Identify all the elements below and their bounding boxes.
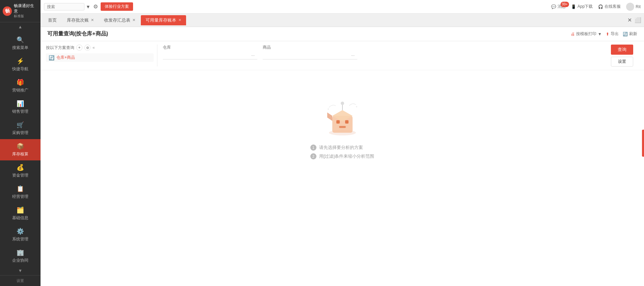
tab-close-btn[interactable]: ✕ — [132, 18, 135, 22]
scheme-add-btn[interactable]: + — [76, 45, 82, 51]
sidebar-footer: 设置 — [0, 275, 41, 286]
sidebar-item-label: 销售管理 — [12, 109, 28, 114]
sidebar-scroll-up[interactable]: ▲ — [0, 22, 41, 31]
sidebar-item-label: 基础信息 — [12, 215, 28, 221]
empty-illustration — [322, 97, 363, 138]
logo-icon: 畅 — [3, 6, 12, 16]
tab-batch-account[interactable]: 库存批次账 ✕ — [62, 15, 99, 25]
tab-close-btn[interactable]: ✕ — [91, 18, 94, 22]
sidebar: 畅 畅康通好生意 标准版 ▲ 🔍 搜索菜单 ⚡ 快捷导航 🎁 营销推广 📊 销售… — [0, 0, 41, 286]
folder-icon: 🗂️ — [17, 206, 24, 214]
product-dots-btn[interactable]: ··· — [351, 53, 355, 58]
app-download-btn[interactable]: 📱 App下载 — [571, 4, 593, 9]
svg-rect-5 — [345, 120, 349, 124]
sidebar-item-inventory[interactable]: 📦 库存核算 — [0, 139, 41, 160]
export-btn[interactable]: ⬆ 导出 — [606, 31, 619, 37]
sidebar-item-purchase[interactable]: 🛒 采购管理 — [0, 118, 41, 139]
user-menu[interactable]: Rit — [626, 3, 641, 11]
sidebar-item-label: 库存核算 — [12, 151, 28, 157]
tab-available-stock[interactable]: 可用量库存账本 ✕ — [141, 15, 186, 25]
search-dropdown-btn[interactable]: ▼ — [86, 4, 91, 9]
sidebar-item-operations[interactable]: 📋 经营管理 — [0, 182, 41, 203]
cart-icon: 🛒 — [17, 121, 24, 129]
app-label: App下载 — [577, 4, 593, 9]
search-icon: 🔍 — [17, 36, 24, 44]
print-dropdown-icon: ▼ — [598, 32, 602, 36]
product-input[interactable]: ··· — [263, 52, 357, 59]
sidebar-scroll-down[interactable]: ▼ — [0, 266, 41, 275]
msg-button[interactable]: 💬 消息 99+ — [551, 4, 566, 9]
sidebar-item-quick-nav[interactable]: ⚡ 快捷导航 — [0, 54, 41, 75]
industry-btn[interactable]: 体验行业方案 — [101, 2, 133, 11]
sidebar-item-enterprise[interactable]: 🏢 企业协同 — [0, 245, 41, 266]
warehouse-field: 仓库 ··· — [163, 45, 257, 59]
empty-state: 1 请先选择要分析的方案 2 用[过滤]条件来缩小分析范围 — [41, 70, 644, 186]
refresh-btn[interactable]: 🔄 刷新 — [623, 31, 637, 37]
gear-icon: ⚙️ — [17, 228, 24, 235]
refresh-label: 刷新 — [629, 31, 637, 37]
settings-button[interactable]: 设置 — [611, 57, 633, 67]
sidebar-item-marketing[interactable]: 🎁 营销推广 — [0, 75, 41, 97]
refresh-icon: 🔄 — [623, 32, 628, 36]
action-buttons: 查询 设置 — [611, 45, 633, 67]
scheme-icon: 🔄 — [49, 55, 54, 60]
sidebar-item-label: 采购管理 — [12, 130, 28, 136]
filter-left: 按以下方案查询 + ⚙ « 🔄 仓库+商品 — [46, 45, 157, 67]
svg-point-9 — [328, 108, 329, 110]
warehouse-label: 仓库 — [163, 45, 257, 50]
headset-icon: 🎧 — [598, 4, 603, 9]
tab-label: 收发存汇总表 — [104, 17, 130, 23]
query-button[interactable]: 查询 — [611, 45, 633, 55]
filter-right: 仓库 ··· 商品 ··· 查询 设置 — [157, 45, 639, 67]
clipboard-icon: 📋 — [17, 185, 24, 192]
gear-icon[interactable]: ⚙ — [93, 3, 98, 10]
warehouse-input[interactable]: ··· — [163, 52, 257, 59]
svg-point-10 — [356, 106, 357, 107]
scheme-settings-btn[interactable]: ⚙ — [84, 45, 91, 51]
chart-icon: 📊 — [17, 100, 24, 107]
topbar-right: 💬 消息 99+ 📱 App下载 🎧 在线客服 Rit — [551, 3, 641, 11]
product-label: 商品 — [263, 45, 357, 50]
product-field: 商品 ··· — [263, 45, 357, 59]
sidebar-item-system[interactable]: ⚙️ 系统管理 — [0, 224, 41, 245]
service-label: 在线客服 — [604, 4, 621, 9]
user-label: Rit — [636, 4, 641, 9]
sidebar-item-search[interactable]: 🔍 搜索菜单 — [0, 33, 41, 54]
sidebar-item-label: 快捷导航 — [12, 66, 28, 72]
tip-text-2: 用[过滤]条件来缩小分析范围 — [319, 153, 374, 159]
msg-icon: 💬 — [551, 4, 556, 9]
search-input[interactable] — [44, 3, 84, 10]
print-btn[interactable]: 🖨 按模板打印 ▼ — [571, 31, 602, 37]
sidebar-item-label: 企业协同 — [12, 258, 28, 263]
tab-receive-summary[interactable]: 收发存汇总表 ✕ — [99, 15, 140, 25]
topbar: ▼ ⚙ 体验行业方案 💬 消息 99+ 📱 App下载 🎧 在线客服 Rit — [41, 0, 644, 14]
sidebar-item-label: 营销推广 — [12, 87, 28, 93]
close-tab-btn[interactable]: ✕ — [627, 17, 632, 23]
sidebar-item-basic-info[interactable]: 🗂️ 基础信息 — [0, 203, 41, 224]
lightning-icon: ⚡ — [17, 57, 24, 65]
sidebar-item-sales[interactable]: 📊 销售管理 — [0, 97, 41, 118]
scheme-collapse-btn[interactable]: « — [93, 45, 95, 50]
tip-num-2: 2 — [310, 153, 316, 159]
building-icon: 🏢 — [17, 249, 24, 256]
warehouse-dots-btn[interactable]: ··· — [251, 53, 255, 58]
page-title: 可用量查询(按仓库+商品) — [47, 30, 108, 37]
tab-label: 可用量库存账本 — [146, 17, 176, 23]
tab-label: 首页 — [48, 17, 57, 23]
tab-home[interactable]: 首页 — [43, 15, 61, 25]
tab-close-btn[interactable]: ✕ — [178, 18, 181, 22]
money-icon: 💰 — [17, 164, 24, 171]
sidebar-nav: 🔍 搜索菜单 ⚡ 快捷导航 🎁 营销推广 📊 销售管理 🛒 采购管理 📦 库存核… — [0, 31, 41, 266]
avatar — [626, 3, 634, 11]
print-label: 按模板打印 — [576, 31, 596, 37]
sidebar-item-finance[interactable]: 💰 资金管理 — [0, 160, 41, 182]
tab-label: 库存批次账 — [67, 17, 89, 23]
inventory-icon: 📦 — [17, 142, 24, 150]
scheme-item[interactable]: 🔄 仓库+商品 — [46, 53, 154, 62]
settings-label: 设置 — [17, 278, 24, 283]
tip-text-1: 请先选择要分析的方案 — [319, 145, 363, 151]
expand-btn[interactable]: ⬜ — [635, 17, 641, 23]
service-btn[interactable]: 🎧 在线客服 — [598, 4, 621, 9]
scroll-indicator — [642, 130, 644, 157]
export-label: 导出 — [611, 31, 619, 37]
